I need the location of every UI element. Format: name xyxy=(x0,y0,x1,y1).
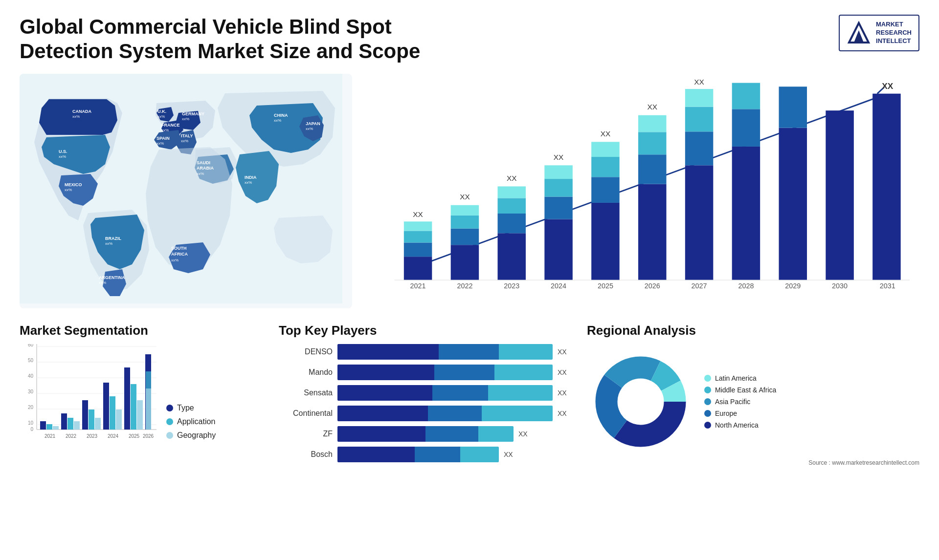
player-name: DENSO xyxy=(279,347,333,356)
svg-text:ARGENTINA: ARGENTINA xyxy=(99,275,125,280)
svg-text:2022: 2022 xyxy=(457,282,472,290)
player-name: ZF xyxy=(279,430,333,438)
donut-chart xyxy=(587,348,694,455)
svg-rect-113 xyxy=(74,421,80,430)
svg-text:SPAIN: SPAIN xyxy=(156,136,170,141)
svg-rect-112 xyxy=(67,418,73,430)
svg-text:JAPAN: JAPAN xyxy=(306,121,320,126)
svg-text:2027: 2027 xyxy=(692,282,707,290)
player-name: Mando xyxy=(279,368,333,377)
svg-text:U.S.: U.S. xyxy=(59,149,67,154)
svg-text:xx%: xx% xyxy=(156,141,164,146)
svg-text:XX: XX xyxy=(413,210,423,218)
page-title: Global Commercial Vehicle Blind Spot Det… xyxy=(20,15,460,64)
bar-seg-2 xyxy=(434,365,494,380)
player-row-zf: ZF XX xyxy=(279,426,572,442)
svg-text:U.K.: U.K. xyxy=(157,109,166,114)
svg-text:AFRICA: AFRICA xyxy=(171,252,188,257)
svg-text:xx%: xx% xyxy=(306,127,313,131)
svg-text:xx%: xx% xyxy=(245,180,252,185)
logo: MARKET RESEARCH INTELLECT xyxy=(839,15,919,51)
svg-text:xx%: xx% xyxy=(197,172,204,176)
players-bars: DENSO XX Mando XX xyxy=(279,344,572,462)
svg-text:2026: 2026 xyxy=(645,282,660,290)
geography-dot xyxy=(166,432,173,439)
svg-rect-74 xyxy=(732,109,760,147)
player-name: Continental xyxy=(279,409,333,418)
svg-text:XX: XX xyxy=(554,153,563,161)
svg-rect-114 xyxy=(82,400,88,430)
latin-america-dot xyxy=(704,375,711,382)
player-name: Bosch xyxy=(279,450,333,459)
svg-text:xx%: xx% xyxy=(182,117,189,121)
svg-rect-65 xyxy=(638,132,667,154)
player-name: Sensata xyxy=(279,388,333,397)
svg-rect-45 xyxy=(451,215,479,229)
svg-rect-121 xyxy=(131,384,136,430)
svg-rect-44 xyxy=(451,228,479,245)
bar-seg-1 xyxy=(337,344,439,360)
svg-text:SAUDI: SAUDI xyxy=(197,160,210,165)
map-section: CANADA xx% U.S. xx% MEXICO xx% BRAZIL xx… xyxy=(20,74,352,308)
svg-text:2029: 2029 xyxy=(785,282,801,290)
svg-rect-110 xyxy=(53,426,59,430)
svg-rect-122 xyxy=(137,400,143,430)
svg-rect-53 xyxy=(544,219,573,280)
svg-rect-48 xyxy=(498,233,526,280)
bar-seg-3 xyxy=(482,406,553,421)
bar-seg-2 xyxy=(415,447,460,462)
svg-text:2026: 2026 xyxy=(143,433,154,439)
player-value: XX xyxy=(504,451,518,458)
svg-text:FRANCE: FRANCE xyxy=(161,123,180,128)
svg-rect-73 xyxy=(732,147,760,280)
svg-rect-111 xyxy=(61,413,67,430)
svg-text:xx%: xx% xyxy=(274,118,281,123)
legend-north-america: North America xyxy=(704,421,776,429)
svg-text:2024: 2024 xyxy=(108,433,119,439)
player-row-bosch: Bosch XX xyxy=(279,447,572,462)
player-bar xyxy=(337,406,553,421)
svg-text:SOUTH: SOUTH xyxy=(171,246,187,251)
world-map-svg: CANADA xx% U.S. xx% MEXICO xx% BRAZIL xx… xyxy=(20,74,342,303)
bar-seg-3 xyxy=(499,344,553,360)
svg-rect-70 xyxy=(685,107,714,131)
svg-rect-66 xyxy=(638,115,667,132)
player-bar xyxy=(337,365,553,380)
type-dot xyxy=(166,405,173,411)
players-section: Top Key Players DENSO XX Mando xyxy=(279,323,572,466)
svg-rect-49 xyxy=(498,214,526,233)
svg-rect-68 xyxy=(685,165,714,280)
svg-rect-115 xyxy=(89,409,94,430)
asia-pacific-dot xyxy=(704,398,711,405)
player-value: XX xyxy=(558,348,572,356)
players-title: Top Key Players xyxy=(279,323,572,338)
svg-text:XX: XX xyxy=(882,81,894,91)
svg-text:XX: XX xyxy=(694,79,704,86)
player-bar xyxy=(337,426,514,442)
svg-text:60: 60 xyxy=(28,344,34,347)
svg-text:ARABIA: ARABIA xyxy=(197,166,214,171)
bar-seg-1 xyxy=(337,426,425,442)
legend-application: Application xyxy=(166,417,216,426)
svg-rect-69 xyxy=(685,131,714,165)
regional-title: Regional Analysis xyxy=(587,323,919,338)
mea-dot xyxy=(704,387,711,393)
bar-seg-3 xyxy=(478,426,514,442)
svg-text:2030: 2030 xyxy=(832,282,848,290)
svg-text:2023: 2023 xyxy=(504,282,519,290)
svg-rect-120 xyxy=(124,367,130,430)
svg-rect-64 xyxy=(638,154,667,184)
player-row-denso: DENSO XX xyxy=(279,344,572,360)
svg-rect-58 xyxy=(591,203,620,280)
legend-geography: Geography xyxy=(166,431,216,440)
svg-text:xx%: xx% xyxy=(161,128,169,132)
player-value: XX xyxy=(558,409,572,417)
bar-seg-2 xyxy=(439,344,499,360)
svg-text:XX: XX xyxy=(648,103,657,111)
svg-text:xx%: xx% xyxy=(59,154,66,159)
svg-text:CANADA: CANADA xyxy=(72,109,91,114)
svg-text:40: 40 xyxy=(28,373,34,379)
svg-text:2031: 2031 xyxy=(880,282,895,290)
legend-europe: Europe xyxy=(704,409,776,417)
svg-rect-71 xyxy=(685,89,714,107)
